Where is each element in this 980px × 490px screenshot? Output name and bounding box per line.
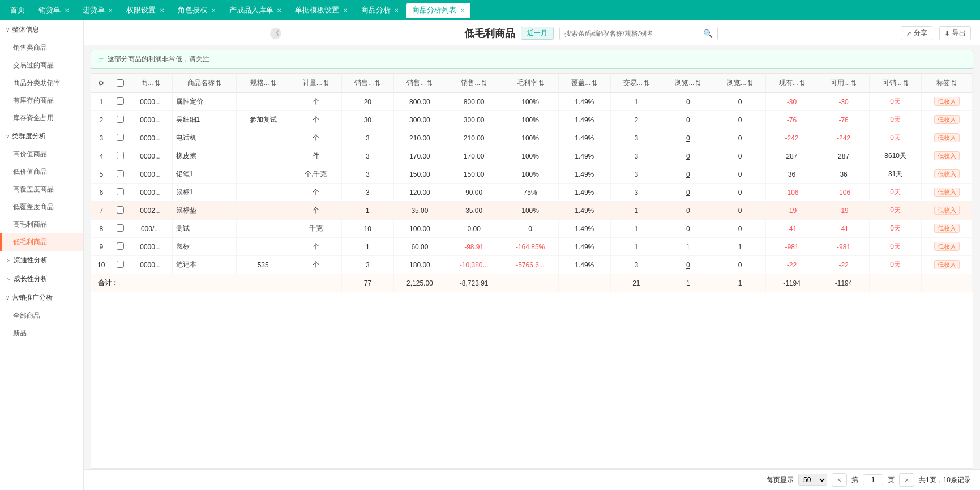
row-checkbox[interactable] bbox=[117, 242, 124, 250]
group-overall-label: 整体信息 bbox=[12, 25, 39, 35]
col-gross-rate[interactable]: 毛利率 ⇅ bbox=[502, 74, 559, 93]
sidebar-item-high-value[interactable]: 高价值商品 bbox=[0, 146, 83, 163]
sidebar-item-all-goods[interactable]: 全部商品 bbox=[0, 307, 83, 325]
col-browse1[interactable]: 浏览... ⇅ bbox=[662, 74, 714, 93]
cell-available: -22 bbox=[818, 256, 870, 274]
col-browse2[interactable]: 浏览... ⇅ bbox=[714, 74, 766, 93]
cell-name[interactable]: 测试 bbox=[172, 220, 236, 238]
sidebar-group-overall[interactable]: ∨ 整体信息 bbox=[0, 20, 83, 39]
collapse-button[interactable]: 《 bbox=[270, 28, 281, 39]
sidebar-item-high-margin[interactable]: 高毛利商品 bbox=[0, 216, 83, 233]
cell-name[interactable]: 橡皮擦 bbox=[172, 147, 236, 165]
col-sales-price[interactable]: 销售... ⇅ bbox=[393, 74, 446, 93]
cell-sales-qty: 3 bbox=[342, 184, 394, 202]
nav-purchase[interactable]: 进货单 ✕ bbox=[77, 3, 119, 18]
search-icon[interactable]: 🔍 bbox=[703, 29, 713, 38]
col-sales-qty[interactable]: 销售... ⇅ bbox=[342, 74, 394, 93]
col-spec[interactable]: 规格... ⇅ bbox=[236, 74, 290, 93]
sidebar-group-cluster[interactable]: ∨ 类群度分析 bbox=[0, 127, 83, 146]
cell-check bbox=[112, 165, 129, 184]
cell-browse1[interactable]: 0 bbox=[662, 202, 714, 220]
row-checkbox[interactable] bbox=[117, 261, 124, 268]
nav-role[interactable]: 角色授权 ✕ bbox=[172, 3, 221, 18]
page-number-input[interactable] bbox=[863, 474, 883, 485]
export-button[interactable]: ⬇ 导出 bbox=[939, 26, 971, 40]
row-checkbox[interactable] bbox=[117, 206, 124, 214]
sidebar-group-flow[interactable]: ＞ 流通性分析 bbox=[0, 251, 83, 270]
nav-product-in-close[interactable]: ✕ bbox=[277, 7, 281, 14]
nav-goods-list[interactable]: 商品分析列表 ✕ bbox=[406, 3, 470, 18]
cell-name[interactable]: 笔记本 bbox=[172, 256, 236, 274]
cell-browse1[interactable]: 0 bbox=[662, 184, 714, 202]
cell-browse1[interactable]: 0 bbox=[662, 220, 714, 238]
table-row: 3 0000... 电话机 个 3 210.00 210.00 100% 1.4… bbox=[91, 129, 973, 147]
per-page-select[interactable]: 50 100 200 bbox=[798, 474, 827, 486]
nav-permission[interactable]: 权限设置 ✕ bbox=[121, 3, 170, 18]
cell-browse1[interactable]: 0 bbox=[662, 129, 714, 147]
check-all[interactable] bbox=[117, 79, 124, 87]
row-checkbox[interactable] bbox=[117, 134, 124, 141]
cell-browse1[interactable]: 0 bbox=[662, 147, 714, 165]
nav-goods-analysis-close[interactable]: ✕ bbox=[394, 7, 399, 14]
search-input[interactable] bbox=[564, 29, 703, 37]
row-checkbox[interactable] bbox=[117, 116, 124, 123]
sidebar-item-low-margin[interactable]: 低毛利商品 bbox=[0, 233, 83, 251]
col-available[interactable]: 可用... ⇅ bbox=[818, 74, 870, 93]
nav-product-in[interactable]: 产成品入库单 ✕ bbox=[224, 3, 288, 18]
nav-home[interactable]: 首页 bbox=[5, 3, 31, 18]
cell-name[interactable]: 吴细细1 bbox=[172, 111, 236, 129]
row-checkbox[interactable] bbox=[117, 188, 124, 195]
sidebar-item-new-goods[interactable]: 新品 bbox=[0, 325, 83, 342]
sidebar-item-stock-fund[interactable]: 库存资金占用 bbox=[0, 109, 83, 127]
row-checkbox[interactable] bbox=[117, 170, 124, 177]
sidebar-group-growth[interactable]: ＞ 成长性分析 bbox=[0, 270, 83, 288]
row-checkbox[interactable] bbox=[117, 97, 124, 105]
cell-browse1[interactable]: 0 bbox=[662, 165, 714, 184]
col-name[interactable]: 商品名称 ⇅ bbox=[172, 74, 236, 93]
col-settings[interactable]: ⚙ bbox=[91, 74, 112, 93]
nav-goods-analysis[interactable]: 商品分析 ✕ bbox=[356, 3, 405, 18]
share-button[interactable]: ↗ 分享 bbox=[901, 26, 932, 40]
cell-name[interactable]: 鼠标垫 bbox=[172, 202, 236, 220]
cell-name[interactable]: 属性定价 bbox=[172, 93, 236, 111]
col-cover-rate[interactable]: 覆盖... ⇅ bbox=[559, 74, 611, 93]
cell-name[interactable]: 电话机 bbox=[172, 129, 236, 147]
sidebar-item-traded-goods[interactable]: 交易过的商品 bbox=[0, 57, 83, 74]
nav-permission-close[interactable]: ✕ bbox=[160, 7, 164, 14]
col-code[interactable]: 商... ⇅ bbox=[129, 74, 172, 93]
row-checkbox[interactable] bbox=[117, 152, 124, 159]
cell-no: 10 bbox=[91, 256, 112, 274]
col-saleable[interactable]: 可销... ⇅ bbox=[870, 74, 922, 93]
nav-role-close[interactable]: ✕ bbox=[211, 7, 216, 14]
col-current[interactable]: 现有... ⇅ bbox=[766, 74, 818, 93]
cell-browse1[interactable]: 0 bbox=[662, 256, 714, 274]
row-checkbox[interactable] bbox=[117, 224, 124, 232]
col-sales-amount[interactable]: 销售... ⇅ bbox=[446, 74, 502, 93]
filter-recent-month[interactable]: 近一月 bbox=[521, 27, 554, 40]
nav-sales-close[interactable]: ✕ bbox=[65, 7, 69, 14]
sidebar-item-category-rate[interactable]: 商品分类助销率 bbox=[0, 74, 83, 92]
cell-available: -30 bbox=[818, 93, 870, 111]
sidebar-item-low-value[interactable]: 低价值商品 bbox=[0, 163, 83, 181]
cell-name[interactable]: 铅笔1 bbox=[172, 165, 236, 184]
prev-page-btn[interactable]: ＜ bbox=[832, 473, 847, 487]
nav-template-close[interactable]: ✕ bbox=[343, 7, 348, 14]
col-unit[interactable]: 计量... ⇅ bbox=[290, 74, 342, 93]
cell-browse1[interactable]: 0 bbox=[662, 93, 714, 111]
sidebar-item-in-stock[interactable]: 有库存的商品 bbox=[0, 92, 83, 109]
cell-browse1[interactable]: 1 bbox=[662, 238, 714, 256]
cell-name[interactable]: 鼠标 bbox=[172, 238, 236, 256]
sidebar-item-high-coverage[interactable]: 高覆盖度商品 bbox=[0, 181, 83, 198]
nav-purchase-close[interactable]: ✕ bbox=[108, 7, 113, 14]
nav-goods-list-close[interactable]: ✕ bbox=[460, 7, 465, 14]
cell-browse1[interactable]: 0 bbox=[662, 111, 714, 129]
nav-template[interactable]: 单据模板设置 ✕ bbox=[289, 3, 353, 18]
col-tag[interactable]: 标签 ⇅ bbox=[921, 74, 972, 93]
next-page-btn[interactable]: ＞ bbox=[899, 473, 914, 487]
col-trade[interactable]: 交易... ⇅ bbox=[610, 74, 662, 93]
sidebar-item-sales-goods[interactable]: 销售类商品 bbox=[0, 39, 83, 57]
cell-name[interactable]: 鼠标1 bbox=[172, 184, 236, 202]
sidebar-item-low-coverage[interactable]: 低覆盖度商品 bbox=[0, 198, 83, 216]
sidebar-group-marketing[interactable]: ∨ 营销推广分析 bbox=[0, 288, 83, 307]
nav-sales[interactable]: 销货单 ✕ bbox=[33, 3, 75, 18]
